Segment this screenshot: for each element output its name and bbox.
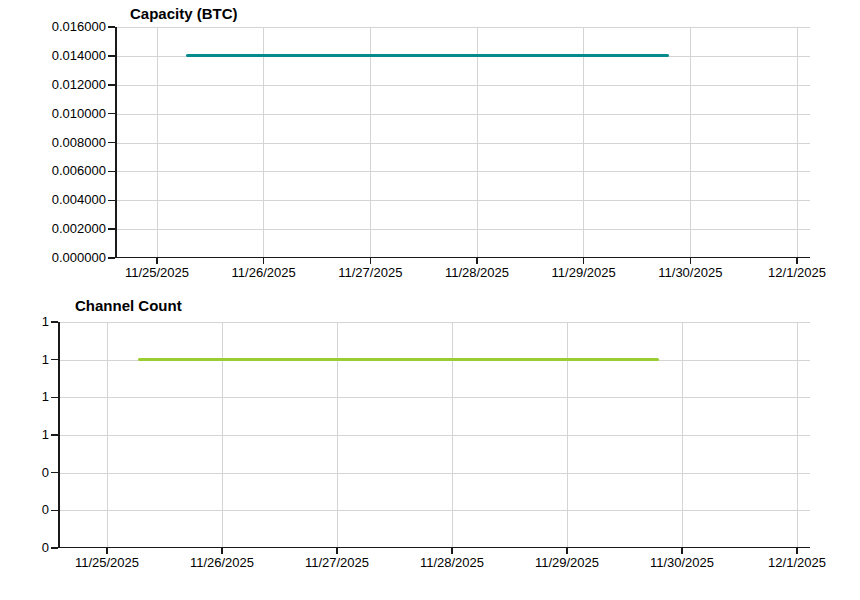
y-tick-label: 0 — [0, 502, 49, 518]
h-gridline — [115, 143, 810, 144]
y-tick-mark — [51, 510, 58, 512]
y-tick-mark — [51, 359, 58, 361]
x-tick-label: 11/28/2025 — [429, 265, 525, 281]
x-tick-label: 11/30/2025 — [634, 555, 730, 571]
x-tick-label: 11/25/2025 — [109, 265, 205, 281]
y-tick-mark — [51, 547, 58, 549]
x-tick-label: 12/1/2025 — [749, 265, 845, 281]
x-tick-label: 11/28/2025 — [404, 555, 500, 571]
v-gridline — [797, 322, 798, 548]
y-tick-label: 0 — [0, 465, 49, 481]
h-gridline — [115, 27, 810, 28]
v-gridline — [370, 27, 371, 258]
x-tick-mark — [690, 258, 692, 264]
v-gridline — [690, 27, 691, 258]
y-tick-label: 0.014000 — [36, 48, 106, 64]
x-tick-mark — [336, 548, 338, 554]
x-tick-mark — [263, 258, 265, 264]
x-axis-line — [58, 547, 810, 549]
y-tick-mark — [51, 434, 58, 436]
capacity-chart-title: Capacity (BTC) — [130, 5, 238, 22]
y-tick-label: 1 — [0, 352, 49, 368]
y-tick-label: 0 — [0, 540, 49, 556]
x-tick-label: 11/26/2025 — [216, 265, 312, 281]
v-gridline — [452, 322, 453, 548]
y-axis-line — [58, 322, 60, 548]
series-line-capacity-btc- — [186, 54, 669, 57]
x-tick-mark — [796, 258, 798, 264]
channel-count-plot-area[interactable]: 111100011/25/202511/26/202511/27/202511/… — [58, 322, 810, 548]
v-gridline — [222, 322, 223, 548]
x-tick-label: 11/26/2025 — [174, 555, 270, 571]
x-tick-label: 11/30/2025 — [642, 265, 738, 281]
x-tick-mark — [370, 258, 372, 264]
h-gridline — [115, 200, 810, 201]
y-tick-mark — [108, 113, 115, 115]
v-gridline — [337, 322, 338, 548]
h-gridline — [58, 435, 810, 436]
v-gridline — [797, 27, 798, 258]
x-tick-mark — [583, 258, 585, 264]
h-gridline — [115, 85, 810, 86]
x-axis-line — [115, 257, 810, 259]
x-tick-label: 11/27/2025 — [289, 555, 385, 571]
v-gridline — [567, 322, 568, 548]
y-tick-mark — [108, 142, 115, 144]
y-tick-label: 0.016000 — [36, 19, 106, 35]
y-tick-label: 0.012000 — [36, 77, 106, 93]
y-tick-mark — [51, 397, 58, 399]
h-gridline — [58, 322, 810, 323]
y-tick-label: 0.002000 — [36, 221, 106, 237]
h-gridline — [58, 397, 810, 398]
x-tick-label: 11/27/2025 — [322, 265, 418, 281]
y-tick-mark — [51, 472, 58, 474]
v-gridline — [477, 27, 478, 258]
x-tick-mark — [221, 548, 223, 554]
y-tick-mark — [108, 228, 115, 230]
h-gridline — [58, 510, 810, 511]
y-tick-mark — [108, 26, 115, 28]
h-gridline — [115, 229, 810, 230]
x-tick-label: 12/1/2025 — [749, 555, 845, 571]
y-tick-label: 1 — [0, 314, 49, 330]
y-tick-mark — [108, 257, 115, 259]
h-gridline — [115, 114, 810, 115]
y-tick-mark — [108, 55, 115, 57]
y-tick-label: 0.000000 — [36, 250, 106, 266]
v-gridline — [157, 27, 158, 258]
h-gridline — [58, 473, 810, 474]
v-gridline — [682, 322, 683, 548]
series-line-channel-count — [138, 358, 659, 361]
x-tick-mark — [796, 548, 798, 554]
x-tick-mark — [681, 548, 683, 554]
y-axis-line — [115, 27, 117, 258]
h-gridline — [115, 171, 810, 172]
y-tick-label: 0.008000 — [36, 135, 106, 151]
v-gridline — [107, 322, 108, 548]
y-tick-mark — [108, 171, 115, 173]
x-tick-label: 11/25/2025 — [59, 555, 155, 571]
x-tick-label: 11/29/2025 — [536, 265, 632, 281]
x-tick-label: 11/29/2025 — [519, 555, 615, 571]
charts-page: Capacity (BTC) 0.0160000.0140000.0120000… — [0, 0, 860, 600]
x-tick-mark — [566, 548, 568, 554]
x-tick-mark — [476, 258, 478, 264]
x-tick-mark — [106, 548, 108, 554]
x-tick-mark — [156, 258, 158, 264]
y-tick-label: 1 — [0, 389, 49, 405]
capacity-plot-area[interactable]: 0.0160000.0140000.0120000.0100000.008000… — [115, 27, 810, 258]
x-tick-mark — [451, 548, 453, 554]
v-gridline — [583, 27, 584, 258]
channel-count-chart-title: Channel Count — [75, 297, 182, 314]
y-tick-label: 0.006000 — [36, 163, 106, 179]
y-tick-label: 0.004000 — [36, 192, 106, 208]
y-tick-label: 0.010000 — [36, 106, 106, 122]
y-tick-mark — [108, 200, 115, 202]
y-tick-mark — [51, 321, 58, 323]
y-tick-mark — [108, 84, 115, 86]
v-gridline — [263, 27, 264, 258]
y-tick-label: 1 — [0, 427, 49, 443]
